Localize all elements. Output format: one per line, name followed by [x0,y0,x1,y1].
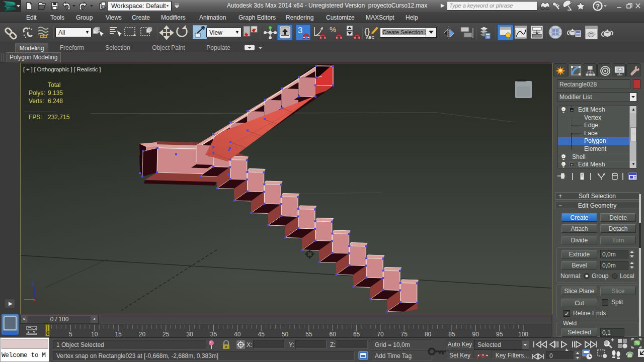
svg-text:45: 45 [258,331,265,338]
svg-text:35: 35 [210,331,217,338]
svg-text:5: 5 [69,331,72,338]
svg-text:20: 20 [139,331,146,338]
svg-text:60: 60 [330,331,337,338]
svg-text:100: 100 [518,331,528,338]
svg-text:50: 50 [282,331,289,338]
svg-text:10: 10 [91,331,98,338]
svg-text:80: 80 [425,331,432,338]
svg-text:90: 90 [472,331,479,338]
svg-text:%: % [330,25,336,34]
svg-text:25: 25 [163,331,170,338]
svg-text:40: 40 [234,331,241,338]
svg-text:55: 55 [305,331,312,338]
svg-text:3: 3 [298,26,302,35]
svg-text:Z: Z [32,281,35,287]
svg-text:15: 15 [115,331,122,338]
svg-text:75: 75 [401,331,408,338]
svg-text:70: 70 [377,331,384,338]
svg-text:ABC: ABC [366,35,375,40]
svg-text:30: 30 [186,331,193,338]
svg-text:65: 65 [353,331,360,338]
svg-text:95: 95 [496,331,503,338]
svg-text:85: 85 [448,331,455,338]
svg-text:?: ? [596,3,600,10]
